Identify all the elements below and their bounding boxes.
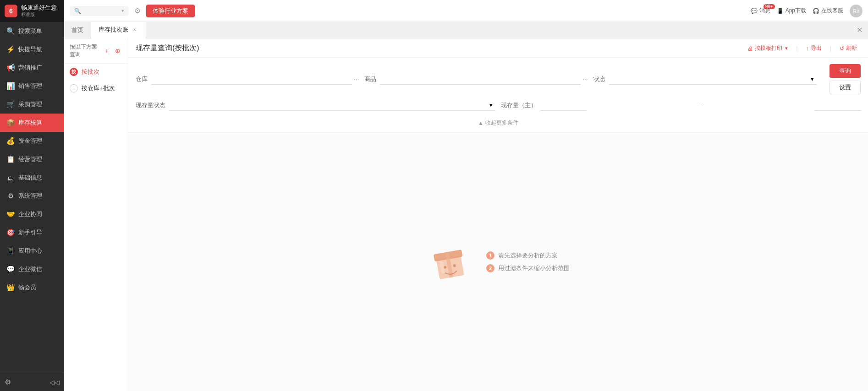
sidebar-item-label: 资金管理 <box>18 137 42 145</box>
product-input[interactable] <box>380 74 581 85</box>
sidebar-item-label: 销售管理 <box>18 82 42 90</box>
sidebar-item-operation[interactable]: 📋 经营管理 <box>0 150 64 168</box>
filter-action-btns: 查询 设置 <box>822 64 861 94</box>
sidebar-item-purchase[interactable]: 🛒 采购管理 <box>0 95 64 114</box>
filter-area: 仓库 ··· 商品 ··· 状态 ▾ <box>128 58 868 133</box>
inventory-status-label: 现存量状态 <box>136 101 165 109</box>
add-scheme-btn[interactable]: + <box>102 46 111 55</box>
scheme-warehouse-icon: ○ <box>70 84 78 92</box>
inventory-qty-label: 现存量（主） <box>501 101 537 109</box>
inventory-qty-dash: — <box>586 102 815 109</box>
print-btn[interactable]: 🖨 按模板打印 ▾ <box>744 43 791 54</box>
topbar-dropdown-icon[interactable]: ▾ <box>121 8 124 14</box>
empty-step-2: 2 用过滤条件来缩小分析范围 <box>486 264 570 272</box>
sidebar-item-newguide[interactable]: 🎯 新手引导 <box>0 223 64 242</box>
inventory-qty-to[interactable] <box>815 100 861 111</box>
app-title: 畅康通好生意 <box>21 4 57 11</box>
filter-schemes-panel: 按以下方案查询 + ⊕ 按 按批次 ○ 按仓库+批次 《 <box>64 38 128 391</box>
collapse-sidebar-btn[interactable]: ◁◁ <box>49 379 60 386</box>
inventory-icon: 📦 <box>6 119 15 127</box>
global-close-btn[interactable]: ✕ <box>851 26 868 34</box>
sidebar-item-finance[interactable]: 💰 资金管理 <box>0 132 64 150</box>
tab-home-label: 首页 <box>71 26 83 34</box>
sidebar-item-system[interactable]: ⚙ 系统管理 <box>0 187 64 205</box>
app-logo: 6 <box>5 5 17 17</box>
headset-icon: 🎧 <box>813 8 819 14</box>
product-dots[interactable]: ··· <box>582 76 588 83</box>
topbar-settings-icon[interactable]: ⚙ <box>132 6 143 15</box>
message-btn[interactable]: 💬 消息 99+ <box>751 7 770 15</box>
filter-row-1: 仓库 ··· 商品 ··· 状态 ▾ <box>136 64 861 94</box>
sidebar-item-wechat[interactable]: 💬 企业微信 <box>0 260 64 278</box>
sidebar-item-marketing[interactable]: 📢 营销推广 <box>0 59 64 77</box>
settings-bottom-icon[interactable]: ⚙ <box>5 378 11 386</box>
collapse-left-panel-btn[interactable]: 《 <box>128 206 128 223</box>
apps-icon: 📱 <box>6 247 15 255</box>
status-label: 状态 <box>593 75 605 83</box>
sidebar-item-apps[interactable]: 📱 应用中心 <box>0 242 64 260</box>
topbar-search-input[interactable] <box>83 8 120 14</box>
sidebar-item-enterprise[interactable]: 🤝 企业协同 <box>0 205 64 223</box>
sidebar-item-inventory[interactable]: 📦 库存核算 <box>0 114 64 132</box>
empty-box-svg <box>429 241 470 282</box>
sidebar-item-basic[interactable]: 🗂 基础信息 <box>0 168 64 187</box>
sidebar-item-label: 基础信息 <box>18 174 42 182</box>
sidebar-item-label: 营销推广 <box>18 64 42 72</box>
online-service-btn[interactable]: 🎧 在线客服 <box>813 7 843 15</box>
sidebar-item-label: 应用中心 <box>18 247 42 255</box>
scheme-item-batch[interactable]: 按 按批次 <box>64 64 128 80</box>
export-btn[interactable]: ↑ 导出 <box>802 43 825 54</box>
collapse-label: 收起更多条件 <box>485 119 518 127</box>
scheme-actions: + ⊕ <box>102 46 122 55</box>
sidebar-item-search[interactable]: 🔍 搜索菜单 <box>0 22 64 40</box>
scheme-batch-icon: 按 <box>70 68 78 76</box>
app-download-btn[interactable]: 📱 App下载 <box>777 7 806 15</box>
sidebar-item-label: 系统管理 <box>18 192 42 200</box>
tab-close-btn[interactable]: × <box>131 26 138 33</box>
experience-btn[interactable]: 体验行业方案 <box>146 5 195 17</box>
sidebar-item-quicknav[interactable]: ⚡ 快捷导航 <box>0 40 64 59</box>
scheme-warehouse-label: 按仓库+批次 <box>82 84 115 92</box>
status-chevron: ▾ <box>811 76 814 82</box>
settings-scheme-btn[interactable]: ⊕ <box>113 46 122 55</box>
status-select[interactable]: ▾ <box>609 74 817 85</box>
newguide-icon: 🎯 <box>6 228 15 237</box>
system-icon: ⚙ <box>6 192 15 200</box>
collapse-more-conditions-btn[interactable]: ▲ 收起更多条件 <box>136 116 861 128</box>
print-dropdown-icon[interactable]: ▾ <box>785 45 788 51</box>
refresh-icon: ↺ <box>840 45 844 52</box>
inventory-status-field: 现存量状态 ▾ <box>136 100 495 111</box>
tab-inventory-batch[interactable]: 库存批次账 × <box>91 22 146 38</box>
warehouse-field: 仓库 ··· <box>136 74 359 85</box>
settings-btn[interactable]: 设置 <box>830 81 861 94</box>
query-btn[interactable]: 查询 <box>830 64 861 78</box>
search-icon: 🔍 <box>6 27 15 35</box>
tabbar: 首页 库存批次账 × ✕ <box>64 22 868 38</box>
filter-row-2: 现存量状态 ▾ 现存量（主） — <box>136 100 861 111</box>
warehouse-label: 仓库 <box>136 75 148 83</box>
sidebar-item-member[interactable]: 👑 畅会员 <box>0 278 64 297</box>
sidebar-item-label: 搜索菜单 <box>18 27 42 35</box>
scheme-item-warehouse-batch[interactable]: ○ 按仓库+批次 <box>64 80 128 97</box>
sidebar-scroll: 🔍 搜索菜单 ⚡ 快捷导航 📢 营销推广 📊 销售管理 🛒 采购管理 📦 库存核… <box>0 22 64 373</box>
right-content: 现存量查询(按批次) 🖨 按模板打印 ▾ | ↑ 导出 | ↺ <box>128 38 868 391</box>
refresh-btn[interactable]: ↺ 刷新 <box>836 43 861 54</box>
topbar-search[interactable]: 🔍 ▾ <box>70 6 129 16</box>
finance-icon: 💰 <box>6 137 15 145</box>
warehouse-input[interactable] <box>151 74 352 85</box>
inventory-status-select[interactable]: ▾ <box>169 100 495 111</box>
sidebar-item-sales[interactable]: 📊 销售管理 <box>0 77 64 95</box>
topbar-search-icon: 🔍 <box>74 8 81 14</box>
empty-icon <box>427 239 472 285</box>
tab-home[interactable]: 首页 <box>64 22 91 38</box>
collapse-up-icon: ▲ <box>478 120 483 126</box>
purchase-icon: 🛒 <box>6 100 15 109</box>
warehouse-dots[interactable]: ··· <box>354 76 359 83</box>
page-title: 现存量查询(按批次) <box>136 43 199 53</box>
inventory-qty-from[interactable] <box>540 100 586 111</box>
basic-icon: 🗂 <box>6 174 15 182</box>
user-menu-btn[interactable]: Rit <box>850 5 863 17</box>
enterprise-icon: 🤝 <box>6 210 15 218</box>
print-icon: 🖨 <box>747 45 753 52</box>
scheme-batch-label: 按批次 <box>82 68 99 76</box>
